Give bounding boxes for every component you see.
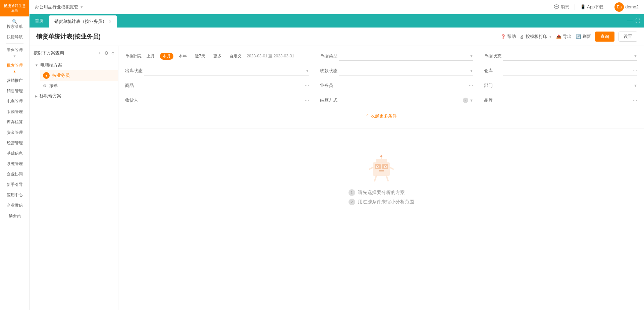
filter-row-1: 单据日期 上月 本月 本年 近7天 更多 自定义 2023-03-01 至 20… xyxy=(125,51,637,61)
sidebar-item-wechat[interactable]: 企业微信 xyxy=(0,200,29,210)
refresh-btn[interactable]: 🔄 刷新 xyxy=(576,34,591,40)
page-title: 销货单统计表(按业务员) xyxy=(36,33,101,45)
tree-item-salesperson[interactable]: ● 按业务员 xyxy=(40,70,118,81)
sidebar-item-inventory[interactable]: 库存核算 xyxy=(0,117,29,127)
tab-minimize-icon[interactable]: — xyxy=(627,18,633,24)
sidebar-item-finance[interactable]: 资金管理 xyxy=(0,127,29,138)
svg-point-6 xyxy=(385,166,386,167)
tip-2-num: 2 xyxy=(348,199,355,205)
tab-expand-icon[interactable]: ⛶ xyxy=(635,18,640,23)
tabbar: 首页 销货单统计表（按业务员） × — ⛶ xyxy=(30,14,644,28)
svg-line-13 xyxy=(375,176,376,181)
account-name: 办公用品行业模拟账套 xyxy=(35,4,78,10)
brand-dots-icon[interactable]: ··· xyxy=(633,97,637,103)
tree-mobile-arrow-icon: ▶ xyxy=(35,94,38,98)
scheme-salesperson-label: 按业务员 xyxy=(52,72,70,79)
date-label: 单据日期 xyxy=(125,53,144,59)
settings-button[interactable]: 设置 xyxy=(619,32,637,42)
doc-type-input[interactable]: ▼ xyxy=(339,51,473,61)
settlement-clear-btn[interactable]: × xyxy=(463,98,468,103)
help-btn[interactable]: ❓ 帮助 xyxy=(500,34,516,40)
consignee-dots-icon[interactable]: ··· xyxy=(305,97,309,103)
dept-label: 部门 xyxy=(484,83,503,89)
main-layout: 按以下方案查询 ＋ ⚙ « ▼ 电脑端方案 ● 按 xyxy=(30,46,644,310)
svg-point-12 xyxy=(380,155,382,157)
page-actions: ❓ 帮助 🖨 按模板打印 ▼ 📤 导出 🔄 刷新 查询 设置 xyxy=(500,32,637,46)
sidebar-quick-nav[interactable]: 快捷导航 xyxy=(0,32,29,42)
tab-sales-stats[interactable]: 销货单统计表（按业务员） × xyxy=(49,15,117,28)
consignee-input[interactable]: ··· xyxy=(144,96,309,105)
sidebar-item-enterprise[interactable]: 企业协同 xyxy=(0,169,29,179)
add-scheme-icon[interactable]: ＋ xyxy=(97,50,102,56)
panel-title: 按以下方案查询 xyxy=(34,50,64,56)
export-btn[interactable]: 📤 导出 xyxy=(556,34,572,40)
tree-mobile-section[interactable]: ▶ 移动端方案 xyxy=(30,91,118,101)
warehouse-label: 仓库 xyxy=(484,68,503,74)
edit-scheme-icon[interactable]: ⚙ xyxy=(104,50,109,56)
date-btn-7days[interactable]: 近7天 xyxy=(192,53,208,60)
salesperson-input[interactable]: ··· xyxy=(339,81,473,90)
svg-point-5 xyxy=(377,166,378,167)
date-btn-lastmonth[interactable]: 上月 xyxy=(144,53,157,60)
sidebar-item-member[interactable]: 畅会员 xyxy=(0,210,29,221)
sidebar-item-sales[interactable]: 销售管理 xyxy=(0,86,29,96)
sidebar-item-purchase[interactable]: 采购管理 xyxy=(0,106,29,117)
date-btn-thisyear[interactable]: 本年 xyxy=(176,53,190,60)
tree-item-by-order[interactable]: ⚙ 按单 xyxy=(40,81,118,91)
sidebar-item-label: 经营管理 xyxy=(7,140,23,146)
filter-section: 单据日期 上月 本月 本年 近7天 更多 自定义 2023-03-01 至 20… xyxy=(118,46,644,128)
account-selector[interactable]: 办公用品行业模拟账套 ▼ xyxy=(35,4,84,10)
date-btn-custom[interactable]: 自定义 xyxy=(227,53,244,60)
logo[interactable]: 畅捷通好生意 标版 xyxy=(0,0,29,16)
doc-status-input[interactable]: ▼ xyxy=(503,51,637,61)
print-btn[interactable]: 🖨 按模板打印 ▼ xyxy=(520,34,552,40)
tree-pc-label: 电脑端方案 xyxy=(40,62,62,68)
app-download-btn[interactable]: 📱 App下载 xyxy=(580,4,603,10)
sidebar-item-guide[interactable]: 新手引导 xyxy=(0,179,29,190)
filter-consignee: 收货人 ··· xyxy=(125,96,309,105)
brand-label: 品牌 xyxy=(484,97,503,103)
salesperson-dots-icon[interactable]: ··· xyxy=(469,83,473,89)
tree-section: ▼ 电脑端方案 ● 按业务员 ⚙ 按单 ▶ xyxy=(30,59,118,102)
sidebar-item-wholesale[interactable]: 批发管理 ▲ xyxy=(0,60,29,75)
collapse-panel-icon[interactable]: « xyxy=(111,50,114,56)
settlement-input[interactable]: × ▼ xyxy=(339,96,473,105)
collapse-btn[interactable]: ⌃ 收起更多条件 xyxy=(366,113,397,119)
sidebar-item-label: 零售管理 xyxy=(7,48,23,53)
brand-input[interactable]: ··· xyxy=(503,96,637,105)
collapse-up-icon: ⌃ xyxy=(366,114,369,119)
scheme-order-label: 按单 xyxy=(49,83,58,89)
goods-input[interactable]: ··· xyxy=(144,81,309,90)
filter-dept: 部门 ▼ xyxy=(484,81,637,90)
dept-input[interactable]: ▼ xyxy=(503,81,637,90)
sidebar-item-ecommerce[interactable]: 电商管理 xyxy=(0,96,29,106)
sidebar-item-retail[interactable]: 零售管理 ▼ xyxy=(0,45,29,60)
filter-date: 单据日期 上月 本月 本年 近7天 更多 自定义 2023-03-01 至 20… xyxy=(125,53,309,60)
message-btn[interactable]: 💬 消息 xyxy=(554,4,569,10)
sidebar-item-basic[interactable]: 基础信息 xyxy=(0,148,29,158)
goods-dots-icon[interactable]: ··· xyxy=(305,83,309,89)
user-menu[interactable]: Ea demo2 xyxy=(614,2,639,12)
sidebar-search[interactable]: 🔍 搜索菜单 xyxy=(0,16,29,32)
doc-type-label: 单据类型 xyxy=(320,53,339,59)
sidebar-item-marketing[interactable]: 营销推广 xyxy=(0,75,29,86)
tab-home[interactable]: 首页 xyxy=(30,14,49,28)
date-btn-more[interactable]: 更多 xyxy=(211,53,224,60)
sidebar-item-operations[interactable]: 经营管理 xyxy=(0,138,29,148)
main-area: 办公用品行业模拟账套 ▼ 💬 消息 📱 App下载 Ea demo2 xyxy=(30,0,644,310)
sidebar-item-label: 资金管理 xyxy=(7,130,23,136)
tab-close-icon[interactable]: × xyxy=(109,19,111,24)
recv-status-input[interactable]: ▼ xyxy=(339,66,473,75)
by-order-icon: ⚙ xyxy=(43,84,47,88)
sidebar-item-system[interactable]: 系统管理 xyxy=(0,158,29,169)
out-status-input[interactable]: ▼ xyxy=(144,66,309,75)
sidebar-wholesale-arrow: ▲ xyxy=(13,69,16,73)
content-area: 销货单统计表(按业务员) ❓ 帮助 🖨 按模板打印 ▼ 📤 导出 🔄 刷新 xyxy=(30,28,644,310)
sidebar-item-apps[interactable]: 应用中心 xyxy=(0,190,29,200)
tree-pc-section[interactable]: ▼ 电脑端方案 xyxy=(30,60,118,70)
warehouse-input[interactable]: ··· xyxy=(503,66,637,75)
date-btn-thismonth[interactable]: 本月 xyxy=(160,53,173,60)
warehouse-dots-icon[interactable]: ··· xyxy=(633,68,637,74)
query-button[interactable]: 查询 xyxy=(595,32,614,42)
date-range-display: 2023-03-01 至 2023-03-31 xyxy=(247,53,294,59)
